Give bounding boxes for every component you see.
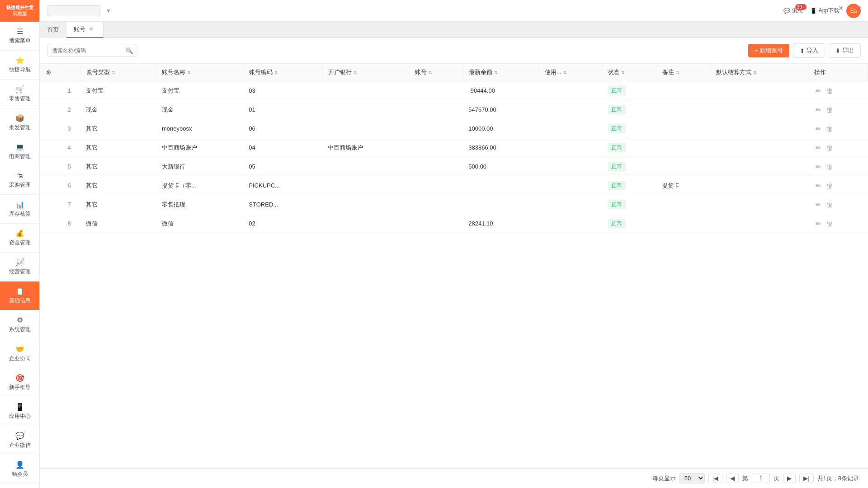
sort-icon-bank[interactable]: ⇅ — [354, 70, 357, 75]
header-dropdown-icon[interactable]: ▾ — [107, 6, 110, 15]
col-header-name[interactable]: 账号名称⇅ — [156, 64, 243, 81]
sidebar-item-app-center[interactable]: 📱应用中心 — [0, 397, 39, 426]
sort-icon-balance[interactable]: ⇅ — [494, 70, 498, 75]
col-header-remark[interactable]: 备注⇅ — [656, 64, 710, 81]
row-action-5: ✏ 🗑 — [808, 157, 868, 176]
tab-accounts[interactable]: 账号✕ — [66, 22, 104, 38]
accounts-table: ⚙账号类型⇅账号名称⇅账号编码⇅开户银行⇅账号⇅最新余额⇅使用...⇅状态⇅备注… — [40, 64, 868, 233]
sort-icon-account[interactable]: ⇅ — [429, 70, 432, 75]
row-name-3: moneybosx — [156, 119, 243, 138]
edit-button-6[interactable]: ✏ — [814, 181, 823, 190]
sidebar-item-inventory[interactable]: 📊库存核算 — [0, 195, 39, 224]
settings-icon[interactable]: ⚙ — [46, 69, 52, 76]
delete-button-8[interactable]: 🗑 — [825, 219, 835, 228]
delete-button-5[interactable]: 🗑 — [825, 162, 835, 171]
delete-button-7[interactable]: 🗑 — [825, 200, 835, 209]
first-page-button[interactable]: |◀ — [708, 474, 722, 483]
sort-icon-remark[interactable]: ⇅ — [676, 70, 679, 75]
page-size-select[interactable]: 102050100 — [679, 473, 705, 483]
sort-icon-name[interactable]: ⇅ — [187, 70, 191, 75]
row-remark-2 — [656, 100, 710, 119]
search-button[interactable]: 🔍 — [122, 45, 137, 56]
sidebar-item-search-menu[interactable]: ☰搜索菜单 — [0, 22, 39, 51]
search-box: 🔍 — [47, 45, 137, 57]
row-code-3: 06 — [243, 119, 322, 138]
row-settings-8[interactable] — [40, 214, 58, 233]
sidebar-item-purchase-mgmt[interactable]: 🛍采购管理 — [0, 166, 39, 195]
row-settings-2[interactable] — [40, 100, 58, 119]
sidebar-item-retail-mgmt[interactable]: 🛒零售管理 — [0, 80, 39, 108]
row-type-4: 其它 — [80, 138, 156, 157]
row-account-3 — [409, 119, 463, 138]
maximize-window-button[interactable]: ⤢ — [850, 0, 868, 16]
col-header-balance[interactable]: 最新余额⇅ — [463, 64, 539, 81]
sort-icon-status[interactable]: ⇅ — [621, 70, 625, 75]
col-header-status[interactable]: 状态⇅ — [602, 64, 657, 81]
add-account-button[interactable]: + 新增账号 — [748, 44, 789, 57]
last-page-button[interactable]: ▶| — [799, 474, 813, 483]
sidebar-item-finance-mgmt[interactable]: 💰资金管理 — [0, 224, 39, 253]
edit-button-5[interactable]: ✏ — [814, 162, 823, 171]
col-header-account[interactable]: 账号⇅ — [409, 64, 463, 81]
prev-page-button[interactable]: ◀ — [726, 474, 739, 483]
close-window-button[interactable]: ✕ — [832, 0, 850, 16]
sidebar-icon-new-guide: 🎯 — [4, 374, 36, 382]
row-settings-4[interactable] — [40, 138, 58, 157]
messages-button[interactable]: 💬 消息 99+ — [783, 7, 803, 14]
page-number-input[interactable] — [752, 474, 770, 483]
sort-icon-usage[interactable]: ⇅ — [563, 70, 567, 75]
export-button[interactable]: ⬇ 导出 — [829, 43, 861, 58]
delete-button-3[interactable]: 🗑 — [825, 124, 835, 133]
content-area: 🔍 + 新增账号 ⬆ 导入 ⬇ 导出 ⚙账号类型⇅账号名称⇅账号编码⇅开户银行⇅… — [40, 38, 868, 488]
sidebar-item-new-guide[interactable]: 🎯新手引导 — [0, 368, 39, 397]
row-settings-3[interactable] — [40, 119, 58, 138]
row-balance-1: -90444.00 — [463, 81, 539, 100]
sort-icon-type[interactable]: ⇅ — [112, 70, 115, 75]
sidebar-icon-inventory: 📊 — [4, 200, 36, 209]
delete-button-4[interactable]: 🗑 — [825, 143, 835, 152]
sort-icon-default_settlement[interactable]: ⇅ — [753, 70, 757, 75]
row-num-8: 8 — [58, 214, 80, 233]
col-header-type[interactable]: 账号类型⇅ — [80, 64, 156, 81]
search-input[interactable] — [47, 45, 122, 56]
edit-button-7[interactable]: ✏ — [814, 200, 823, 209]
sidebar-item-quick-nav[interactable]: ⭐快捷导航 — [0, 51, 39, 80]
sidebar-label-enterprise-agreement: 企业协同 — [4, 355, 36, 362]
row-action-7: ✏ 🗑 — [808, 195, 868, 214]
tab-home[interactable]: 首页 — [40, 22, 66, 38]
next-page-button[interactable]: ▶ — [783, 474, 796, 483]
col-header-default_settlement[interactable]: 默认结算方式⇅ — [710, 64, 808, 81]
sort-icon-code[interactable]: ⇅ — [274, 70, 278, 75]
sidebar-item-ops-mgmt[interactable]: 📈经营管理 — [0, 253, 39, 282]
col-header-bank[interactable]: 开户银行⇅ — [322, 64, 409, 81]
sidebar-icon-enterprise-agreement: 🤝 — [4, 345, 36, 353]
delete-button-6[interactable]: 🗑 — [825, 181, 835, 190]
col-header-usage[interactable]: 使用...⇅ — [539, 64, 602, 81]
row-balance-7 — [463, 195, 539, 214]
edit-button-4[interactable]: ✏ — [814, 143, 823, 152]
sidebar-item-wholesale-mgmt[interactable]: 📦批发管理 — [0, 108, 39, 137]
sidebar-item-member[interactable]: 👤畅会员 — [0, 455, 39, 484]
row-usage-7 — [539, 195, 602, 214]
edit-button-8[interactable]: ✏ — [814, 219, 823, 228]
delete-button-1[interactable]: 🗑 — [825, 86, 835, 95]
edit-button-2[interactable]: ✏ — [814, 105, 823, 114]
row-settings-1[interactable] — [40, 81, 58, 100]
edit-button-1[interactable]: ✏ — [814, 86, 823, 95]
import-button[interactable]: ⬆ 导入 — [793, 43, 825, 58]
edit-button-3[interactable]: ✏ — [814, 124, 823, 133]
row-type-8: 微信 — [80, 214, 156, 233]
row-settings-5[interactable] — [40, 157, 58, 176]
sidebar-item-basic-info[interactable]: 📋基础信息 — [0, 282, 39, 310]
row-settings-7[interactable] — [40, 195, 58, 214]
col-header-code[interactable]: 账号编码⇅ — [243, 64, 322, 81]
row-settings-6[interactable] — [40, 176, 58, 195]
top-search-input[interactable] — [47, 5, 101, 16]
delete-button-2[interactable]: 🗑 — [825, 105, 835, 114]
sidebar-item-system-mgmt[interactable]: ⚙系统管理 — [0, 310, 39, 339]
tab-close-accounts[interactable]: ✕ — [89, 26, 93, 32]
sidebar-item-enterprise-agreement[interactable]: 🤝企业协同 — [0, 339, 39, 368]
sidebar-icon-basic-info: 📋 — [4, 287, 36, 296]
sidebar-item-ecommerce-mgmt[interactable]: 💻电商管理 — [0, 137, 39, 166]
sidebar-item-enterprise-wechat[interactable]: 💬企业微信 — [0, 426, 39, 455]
